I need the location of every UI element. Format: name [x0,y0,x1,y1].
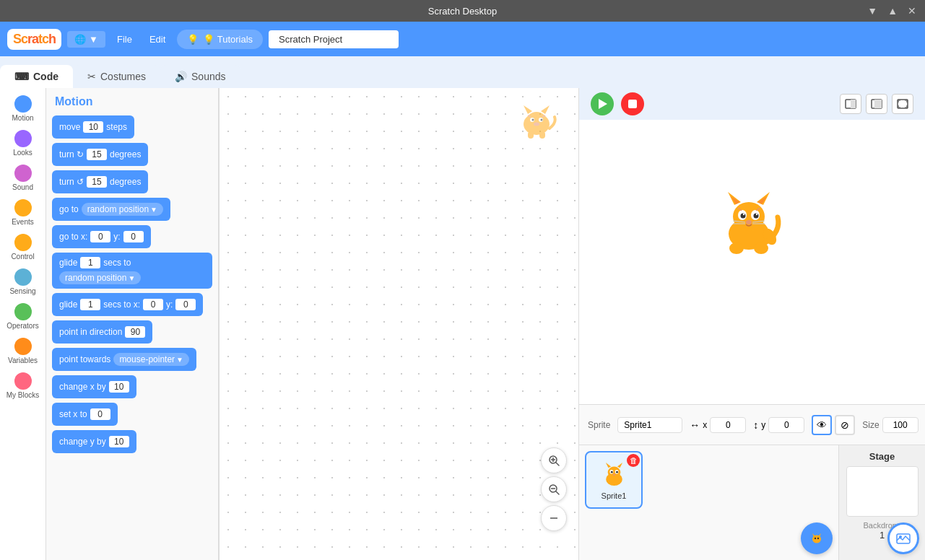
maximize-btn[interactable]: ▲ [885,5,900,17]
scratch-logo[interactable]: Scratch [7,29,61,50]
sprite-drag-thumbnail [515,101,558,144]
sidebar-item-sensing[interactable]: Sensing [2,266,44,299]
normal-stage-button[interactable] [866,94,887,114]
block-turn-cw[interactable]: turn ↻ 15 degrees [52,143,212,166]
add-sprite-button[interactable] [801,522,833,554]
svg-marker-31 [757,192,770,205]
edit-menu[interactable]: Edit [144,31,171,48]
small-stage-button[interactable] [840,94,861,114]
add-backdrop-button[interactable] [887,522,919,554]
app-title: Scratch Desktop [428,6,497,17]
svg-point-62 [812,535,821,543]
svg-point-45 [729,242,744,254]
svg-point-39 [756,214,757,215]
looks-label: Looks [13,149,32,157]
tutorials-label: 💡 Tutorials [203,34,253,45]
code-tab-label: Code [33,71,58,82]
block-goto[interactable]: go to random position ▼ [52,198,212,221]
looks-dot [14,130,32,147]
sidebar-item-motion[interactable]: Motion [2,92,44,126]
y-input[interactable] [768,417,804,433]
zoom-controls [541,447,567,531]
sprite-delete-button[interactable]: 🗑 [627,454,640,467]
size-group: Size [862,417,918,433]
svg-line-19 [556,491,559,494]
block-glide-xy[interactable]: glide 1 secs to x: 0 y: 0 [52,293,212,316]
svg-marker-2 [524,105,532,114]
show-visible-button[interactable]: 👁 [812,415,832,435]
block-change-y[interactable]: change y by 10 [52,430,212,453]
tab-sounds[interactable]: 🔊 Sounds [160,65,240,88]
svg-marker-52 [605,463,610,468]
close-btn[interactable]: ✕ [905,5,919,17]
operators-dot [14,303,32,320]
lang-dropdown-arrow: ▼ [89,34,98,45]
block-set-x[interactable]: set x to 0 [52,403,212,426]
sidebar-item-looks[interactable]: Looks [2,127,44,160]
x-coord-group: ↔ x [690,417,746,433]
svg-point-64 [817,538,819,539]
block-point-towards[interactable]: point towards mouse-pointer ▼ [52,348,212,371]
sounds-tab-icon: 🔊 [175,71,187,82]
x-arrows-icon: ↔ [690,419,700,431]
tutorials-button[interactable]: 💡 💡 Tutorials [177,30,263,49]
block-change-x[interactable]: change x by 10 [52,375,212,398]
title-bar: Scratch Desktop ▼ ▲ ✕ [0,0,925,22]
block-goto-xy[interactable]: go to x: 0 y: 0 [52,225,212,248]
svg-point-1 [526,112,547,131]
stage-canvas [579,120,925,404]
x-input[interactable] [710,417,746,433]
sidebar-item-control[interactable]: Control [2,231,44,264]
svg-point-7 [541,119,543,121]
x-label: x [703,420,707,430]
green-flag-button[interactable] [591,92,614,115]
size-input[interactable] [882,417,919,433]
sprite-name-input[interactable] [617,417,682,433]
stage-side-panel: Stage Backdrops 1 [838,445,925,560]
sensing-label: Sensing [9,287,35,296]
block-move[interactable]: move 10 steps [52,115,212,139]
sound-dot [14,165,32,182]
sensing-dot [14,268,32,286]
project-name-input[interactable] [269,30,399,48]
svg-point-57 [616,471,618,473]
categories-sidebar: Motion Looks Sound Events Control Sensin… [0,88,46,560]
costumes-tab-icon: ✂ [87,71,96,82]
control-label: Control [11,253,34,261]
file-menu[interactable]: File [111,31,138,48]
y-label: y [761,420,765,430]
myblocks-dot [14,372,32,390]
language-button[interactable]: 🌐 ▼ [67,31,105,48]
zoom-out-button[interactable] [541,476,567,502]
block-point-dir[interactable]: point in direction 90 [52,320,212,344]
svg-marker-30 [728,192,741,205]
sidebar-item-events[interactable]: Events [2,196,44,229]
sidebar-item-myblocks[interactable]: My Blocks [2,369,44,403]
right-panel: Sprite ↔ x ↕ y 👁 ⊘ Size Direction [578,88,925,560]
costumes-tab-label: Costumes [100,71,146,82]
svg-point-56 [610,471,612,473]
sprites-list: 🗑 Sprite1 [579,445,838,560]
block-turn-ccw[interactable]: turn ↺ 15 degrees [52,170,212,193]
svg-marker-21 [599,99,607,109]
y-coord-group: ↕ y [753,417,804,433]
events-label: Events [12,218,34,227]
add-sprite-icon [809,530,825,546]
scripting-area [220,88,578,560]
block-glide-random[interactable]: glide 1 secs to random position ▼ [52,253,212,289]
show-hidden-button[interactable]: ⊘ [835,415,855,435]
minimize-btn[interactable]: ▼ [864,5,880,17]
sidebar-item-variables[interactable]: Variables [2,335,44,368]
y-arrows-icon: ↕ [753,419,758,431]
sidebar-item-sound[interactable]: Sound [2,162,44,195]
fullscreen-button[interactable] [892,94,913,114]
tab-costumes[interactable]: ✂ Costumes [73,65,160,88]
tab-code[interactable]: ⌨ Code [0,65,73,88]
sidebar-item-operators[interactable]: Operators [2,300,44,333]
sprite-card-sprite1[interactable]: 🗑 Sprite1 [585,451,643,509]
stop-button[interactable] [621,92,644,115]
svg-point-66 [899,535,902,538]
zoom-reset-button[interactable] [541,505,567,531]
backdrop-count: 1 [880,530,885,541]
zoom-in-button[interactable] [541,447,567,473]
